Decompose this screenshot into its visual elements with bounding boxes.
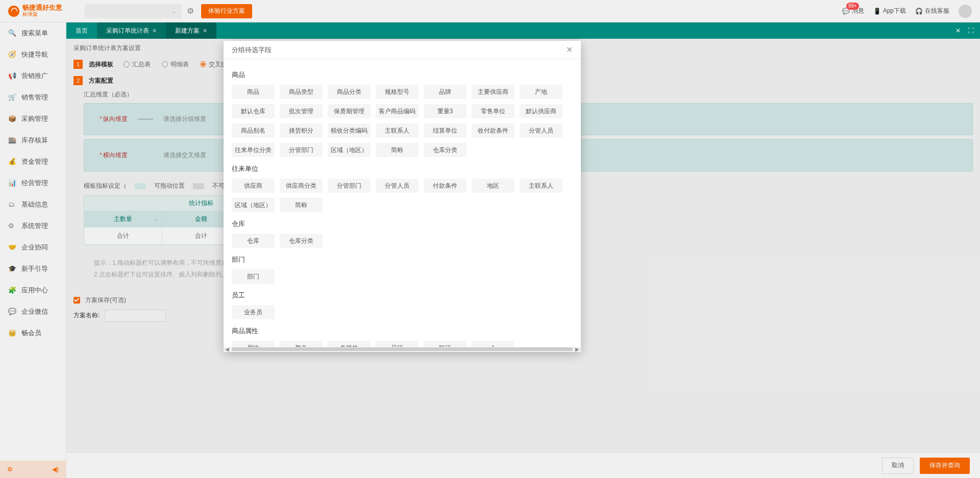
field-chip[interactable]: 颜色 bbox=[280, 341, 323, 347]
field-chip[interactable]: 供应商 bbox=[232, 179, 275, 193]
field-chip[interactable]: 付款条件 bbox=[424, 179, 467, 193]
field-chip[interactable]: 择货积分 bbox=[280, 123, 323, 138]
field-chip[interactable]: 往来单位分类 bbox=[232, 143, 275, 157]
field-chip[interactable]: 鞋码 bbox=[424, 341, 467, 347]
field-group: 属性颜色多规格尺码鞋码1 bbox=[232, 341, 573, 347]
field-chip[interactable]: 分管人员 bbox=[520, 123, 562, 138]
field-chip[interactable]: 保质期管理 bbox=[328, 104, 371, 118]
scroll-right-icon: ▶ bbox=[575, 346, 579, 352]
field-group: 仓库仓库分类 bbox=[232, 234, 573, 248]
field-group-title: 商品属性 bbox=[232, 326, 573, 336]
scroll-left-icon: ◀ bbox=[225, 346, 229, 352]
field-chip[interactable]: 批次管理 bbox=[280, 104, 323, 118]
field-chip[interactable]: 供应商分类 bbox=[280, 179, 323, 193]
modal-title: 分组待选字段 bbox=[232, 45, 272, 55]
field-chip[interactable]: 分管人员 bbox=[376, 179, 419, 193]
field-chip[interactable]: 客户商品编码 bbox=[376, 104, 419, 118]
field-chip[interactable]: 区域（地区） bbox=[232, 198, 275, 212]
field-group-title: 仓库 bbox=[232, 219, 573, 229]
field-chip[interactable]: 商品别名 bbox=[232, 123, 275, 138]
field-chip[interactable]: 默认仓库 bbox=[232, 104, 275, 118]
field-chip[interactable]: 仓库分类 bbox=[424, 143, 467, 157]
field-chip[interactable]: 地区 bbox=[472, 179, 514, 193]
field-group-title: 往来单位 bbox=[232, 164, 573, 173]
field-chip[interactable]: 1 bbox=[472, 341, 514, 347]
field-group-title: 部门 bbox=[232, 255, 573, 264]
field-group: 部门 bbox=[232, 269, 573, 284]
field-group-title: 员工 bbox=[232, 291, 573, 300]
field-chip[interactable]: 尺码 bbox=[376, 341, 419, 347]
field-chip[interactable]: 部门 bbox=[232, 269, 275, 284]
field-chip[interactable]: 默认供应商 bbox=[520, 104, 562, 118]
field-chip[interactable]: 商品分类 bbox=[328, 85, 371, 99]
field-chip[interactable]: 分管部门 bbox=[280, 143, 323, 157]
field-chip[interactable]: 税收分类编码 bbox=[328, 123, 371, 138]
field-chip[interactable]: 仓库分类 bbox=[280, 234, 323, 248]
field-chip[interactable]: 主联系人 bbox=[520, 179, 562, 193]
field-chip[interactable]: 主要供应商 bbox=[472, 85, 514, 99]
field-chip[interactable]: 结算单位 bbox=[424, 123, 467, 138]
close-icon[interactable]: ✕ bbox=[566, 45, 573, 55]
field-chip[interactable]: 商品类型 bbox=[280, 85, 323, 99]
field-group: 供应商供应商分类分管部门分管人员付款条件地区主联系人区域（地区）简称 bbox=[232, 179, 573, 212]
field-chip[interactable]: 分管部门 bbox=[328, 179, 371, 193]
field-chip[interactable]: 简称 bbox=[376, 143, 419, 157]
field-chip[interactable]: 零售单位 bbox=[472, 104, 514, 118]
field-selector-modal: 分组待选字段 ✕ 商品商品商品类型商品分类规格型号品牌主要供应商产地默认仓库批次… bbox=[224, 41, 581, 352]
field-chip[interactable]: 主联系人 bbox=[376, 123, 419, 138]
field-chip[interactable]: 仓库 bbox=[232, 234, 275, 248]
field-group-title: 商品 bbox=[232, 70, 573, 80]
field-chip[interactable]: 属性 bbox=[232, 341, 275, 347]
field-chip[interactable]: 规格型号 bbox=[376, 85, 419, 99]
modal-horizontal-scrollbar[interactable]: ◀ ▶ bbox=[224, 347, 581, 352]
field-chip[interactable]: 重量3 bbox=[424, 104, 467, 118]
field-chip[interactable]: 简称 bbox=[280, 198, 323, 212]
field-group: 商品商品类型商品分类规格型号品牌主要供应商产地默认仓库批次管理保质期管理客户商品… bbox=[232, 85, 573, 157]
field-chip[interactable]: 商品 bbox=[232, 85, 275, 99]
field-chip[interactable]: 产地 bbox=[520, 85, 562, 99]
field-chip[interactable]: 业务员 bbox=[232, 305, 275, 319]
modal-header: 分组待选字段 ✕ bbox=[224, 41, 581, 59]
field-chip[interactable]: 多规格 bbox=[328, 341, 371, 347]
field-chip[interactable]: 收付款条件 bbox=[472, 123, 514, 138]
field-chip[interactable]: 品牌 bbox=[424, 85, 467, 99]
field-chip[interactable]: 区域（地区） bbox=[328, 143, 371, 157]
modal-body: 商品商品商品类型商品分类规格型号品牌主要供应商产地默认仓库批次管理保质期管理客户… bbox=[224, 59, 581, 347]
field-group: 业务员 bbox=[232, 305, 573, 319]
